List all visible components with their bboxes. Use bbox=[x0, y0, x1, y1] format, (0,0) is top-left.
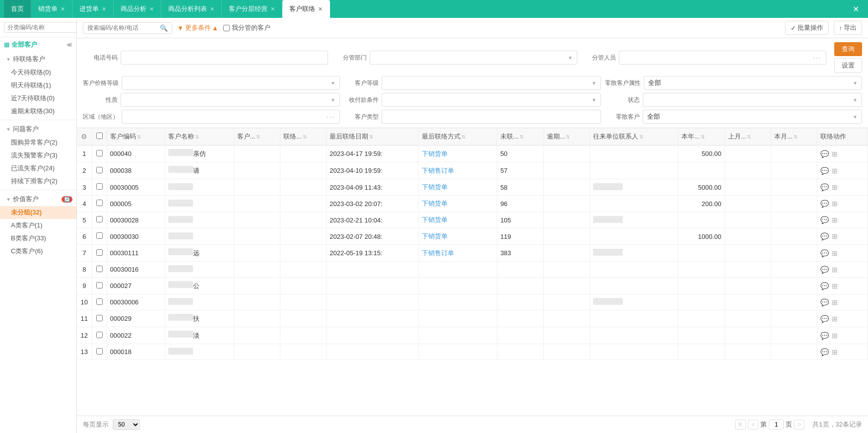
chat-icon[interactable]: 💬 bbox=[820, 183, 829, 191]
qr-icon[interactable]: ⊞ bbox=[832, 282, 838, 290]
chat-icon[interactable]: 💬 bbox=[820, 348, 829, 356]
qr-icon[interactable]: ⊞ bbox=[832, 200, 838, 208]
sidebar-item-overdue[interactable]: 逾期未联络(30) bbox=[0, 105, 76, 118]
qr-icon[interactable]: ⊞ bbox=[832, 298, 838, 306]
tab-customer-tier[interactable]: 客户分层经营 ✕ bbox=[222, 0, 282, 18]
gear-icon[interactable]: ⚙ bbox=[81, 133, 87, 141]
customer-type-input[interactable] bbox=[382, 110, 601, 124]
row-checkbox[interactable] bbox=[96, 249, 103, 256]
sidebar-pending-contact-group[interactable]: ▼ 待联络客户 bbox=[0, 52, 76, 66]
row-checkbox[interactable] bbox=[96, 332, 103, 338]
customer-tier-input[interactable]: ▼ bbox=[382, 76, 601, 90]
row-checkbox[interactable] bbox=[96, 282, 103, 289]
col-name[interactable]: 客户名称⇅ bbox=[165, 128, 234, 145]
my-customers-checkbox[interactable]: 我分管的客户 bbox=[223, 23, 270, 32]
retail-customer-input[interactable]: 全部 ▼ bbox=[643, 110, 862, 124]
chat-icon[interactable]: 💬 bbox=[820, 232, 829, 240]
retail-attr-input[interactable]: 全部 ▼ bbox=[644, 76, 862, 90]
sidebar-problem-group[interactable]: ▼ 问题客户 bbox=[0, 122, 76, 136]
tab-product-analysis-list[interactable]: 商品分析列表 ✕ bbox=[161, 0, 222, 18]
qr-icon[interactable]: ⊞ bbox=[832, 232, 838, 240]
sidebar-item-c-class[interactable]: C类客户(6) bbox=[0, 245, 76, 258]
system-close-button[interactable]: ✕ bbox=[848, 4, 864, 14]
price-tier-input[interactable]: ▼ bbox=[122, 76, 340, 90]
tab-customer-contact-close[interactable]: ✕ bbox=[318, 6, 323, 12]
tab-customer-contact[interactable]: 客户联络 ✕ bbox=[282, 0, 330, 18]
phone-input[interactable] bbox=[121, 51, 328, 65]
region-input[interactable]: ··· bbox=[122, 110, 340, 124]
qr-icon[interactable]: ⊞ bbox=[832, 266, 838, 274]
search-input[interactable] bbox=[87, 24, 158, 31]
gender-input[interactable]: ▼ bbox=[121, 93, 340, 107]
sidebar-search-input[interactable] bbox=[4, 22, 77, 33]
qr-icon[interactable]: ⊞ bbox=[832, 348, 838, 356]
chat-icon[interactable]: 💬 bbox=[820, 216, 829, 224]
contact-way-link[interactable]: 下销货单 bbox=[422, 183, 448, 191]
sidebar-item-churn-risk[interactable]: 流失预警客户(3) bbox=[0, 149, 76, 162]
chat-icon[interactable]: 💬 bbox=[820, 200, 829, 208]
sidebar-item-near7[interactable]: 近7天待联络(0) bbox=[0, 92, 76, 105]
page-number-input[interactable] bbox=[769, 420, 784, 430]
contact-way-link[interactable]: 下销货单 bbox=[422, 150, 448, 157]
tab-sales-close[interactable]: ✕ bbox=[61, 6, 65, 12]
my-customers-check[interactable] bbox=[223, 25, 230, 31]
col-last-way[interactable]: 最后联络方式⇅ bbox=[419, 128, 497, 145]
qr-icon[interactable]: ⊞ bbox=[832, 315, 838, 323]
prev-page-button[interactable]: < bbox=[748, 420, 758, 430]
row-checkbox[interactable] bbox=[96, 315, 103, 321]
tab-purchase[interactable]: 进货单 ✕ bbox=[72, 0, 114, 18]
export-button[interactable]: ↑ 导出 bbox=[834, 21, 863, 35]
bulk-ops-button[interactable]: ✓ 批量操作 bbox=[785, 21, 829, 35]
select-all-checkbox[interactable] bbox=[96, 133, 103, 139]
row-checkbox[interactable] bbox=[96, 183, 103, 190]
contact-way-link[interactable]: 下销货单 bbox=[422, 200, 448, 207]
sidebar-item-lost[interactable]: 已流失客户(24) bbox=[0, 162, 76, 175]
tab-product-analysis-close[interactable]: ✕ bbox=[149, 6, 154, 12]
col-no-contact[interactable]: 未联...⇅ bbox=[497, 128, 543, 145]
contact-way-link[interactable]: 下销售订单 bbox=[422, 167, 454, 174]
qr-icon[interactable]: ⊞ bbox=[832, 183, 838, 191]
col-last-month[interactable]: 上月...⇅ bbox=[725, 128, 771, 145]
row-checkbox[interactable] bbox=[96, 298, 103, 305]
page-size-select[interactable]: 50 100 200 bbox=[113, 419, 140, 430]
chat-icon[interactable]: 💬 bbox=[820, 298, 829, 306]
sidebar-item-unclassified[interactable]: 未分组(32) bbox=[0, 206, 76, 219]
sidebar-item-continuing-drop[interactable]: 持续下滑客户(2) bbox=[0, 175, 76, 188]
chat-icon[interactable]: 💬 bbox=[820, 315, 829, 323]
tab-customer-tier-close[interactable]: ✕ bbox=[270, 6, 275, 12]
first-page-button[interactable]: K bbox=[735, 420, 746, 430]
row-checkbox[interactable] bbox=[96, 150, 103, 156]
col-overdue[interactable]: 逾期...⇅ bbox=[543, 128, 590, 145]
contact-way-link[interactable]: 下销货单 bbox=[422, 232, 448, 240]
qr-icon[interactable]: ⊞ bbox=[832, 150, 838, 158]
chat-icon[interactable]: 💬 bbox=[820, 282, 829, 290]
chat-icon[interactable]: 💬 bbox=[820, 266, 829, 274]
search-bar-icon[interactable]: 🔍 bbox=[160, 24, 168, 32]
qr-icon[interactable]: ⊞ bbox=[832, 216, 838, 224]
col-contact[interactable]: 联络...⇅ bbox=[280, 128, 326, 145]
row-checkbox[interactable] bbox=[96, 167, 103, 173]
search-box[interactable]: 🔍 bbox=[83, 22, 172, 34]
qr-icon[interactable]: ⊞ bbox=[832, 167, 838, 175]
row-checkbox[interactable] bbox=[96, 200, 103, 206]
col-partner-contact[interactable]: 往来单位联系人⇅ bbox=[590, 128, 678, 145]
contact-way-link[interactable]: 下销售订单 bbox=[422, 249, 454, 257]
contact-way-link[interactable]: 下销货单 bbox=[422, 216, 448, 223]
sidebar-item-tomorrow[interactable]: 明天待联络(1) bbox=[0, 79, 76, 92]
sidebar-all-customers[interactable]: ⊞ 全部客户 ≪ bbox=[0, 37, 76, 52]
status-input[interactable]: ▼ bbox=[643, 93, 862, 107]
sidebar-value-group[interactable]: ▼ 价值客户 🔄 bbox=[0, 192, 76, 206]
col-this-year[interactable]: 本年...⇅ bbox=[678, 128, 725, 145]
more-conditions-button[interactable]: ▼ 更多条件 ▲ bbox=[177, 23, 218, 32]
sidebar-item-a-class[interactable]: A类客户(1) bbox=[0, 219, 76, 232]
row-checkbox[interactable] bbox=[96, 216, 103, 222]
col-customer-type[interactable]: 客户...⇅ bbox=[234, 128, 280, 145]
col-code[interactable]: 客户编码⇅ bbox=[107, 128, 165, 145]
col-this-month[interactable]: 本月...⇅ bbox=[771, 128, 817, 145]
tab-sales[interactable]: 销货单 ✕ bbox=[31, 0, 72, 18]
query-button[interactable]: 查询 bbox=[834, 42, 862, 56]
chat-icon[interactable]: 💬 bbox=[820, 167, 829, 175]
tab-home[interactable]: 首页 bbox=[4, 0, 31, 18]
tab-product-analysis-list-close[interactable]: ✕ bbox=[210, 6, 214, 12]
sidebar-item-b-class[interactable]: B类客户(33) bbox=[0, 232, 76, 245]
